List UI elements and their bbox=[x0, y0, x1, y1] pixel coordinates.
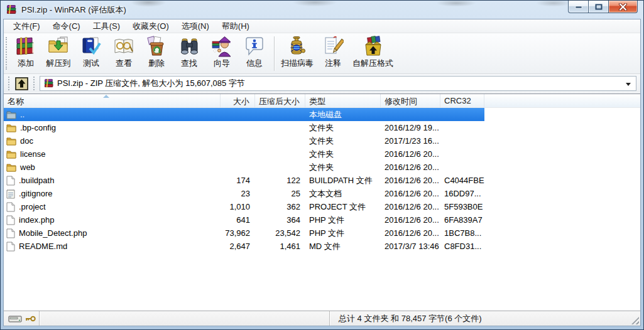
file-row-license[interactable]: license 文件夹 2016/12/6 20... bbox=[4, 147, 484, 161]
archive-description: PSI.zip - ZIP 压缩文件, 解包大小为 15,607,085 字节 bbox=[57, 78, 245, 89]
file-type: BUILDPATH 文件 bbox=[305, 175, 381, 186]
menu-commands[interactable]: 命令(C) bbox=[46, 19, 87, 33]
address-bar: PSI.zip - ZIP 压缩文件, 解包大小为 15,607,085 字节 bbox=[4, 74, 640, 93]
file-row-project[interactable]: .project 1,010 362 PROJECT 文件 2016/12/6 … bbox=[4, 200, 484, 213]
key-icon[interactable] bbox=[25, 315, 36, 322]
combobox-grip[interactable] bbox=[33, 77, 35, 90]
wizard-button-label: 向导 bbox=[214, 58, 230, 69]
file-modified: 2017/3/7 13:46 bbox=[381, 242, 440, 251]
file-name: .buildpath bbox=[19, 176, 54, 185]
file-type: MD 文件 bbox=[305, 241, 381, 252]
client-area: 文件(F) 命令(C) 工具(S) 收藏夹(O) 选项(N) 帮助(H) bbox=[3, 19, 641, 326]
winrar-archive-icon bbox=[44, 78, 54, 88]
folder-icon bbox=[6, 124, 16, 132]
menu-options[interactable]: 选项(N) bbox=[175, 19, 216, 33]
archive-path-combobox[interactable]: PSI.zip - ZIP 压缩文件, 解包大小为 15,607,085 字节 bbox=[40, 76, 636, 91]
scan-virus-button[interactable]: 扫描病毒 bbox=[278, 35, 317, 69]
find-button[interactable]: 查找 bbox=[173, 35, 205, 69]
add-button[interactable]: 添加 bbox=[9, 35, 42, 69]
column-header-modified[interactable]: 修改时间 bbox=[381, 94, 440, 107]
address-grip[interactable] bbox=[8, 77, 10, 90]
file-row-mobile-detect-php[interactable]: Mobile_Detect.php 73,962 23,542 PHP 文件 2… bbox=[4, 226, 484, 240]
test-archive-icon bbox=[80, 35, 102, 57]
file-icon bbox=[6, 215, 15, 225]
file-name: .project bbox=[19, 202, 46, 211]
file-type: 文本文档 bbox=[305, 188, 381, 200]
file-modified: 2016/12/6 20... bbox=[381, 189, 440, 198]
column-header-name-label: 名称 bbox=[8, 97, 24, 106]
titlebar[interactable]: PSI.zip - WinRAR (评估版本) bbox=[1, 1, 643, 19]
file-row-buildpath[interactable]: .buildpath 174 122 BUILDPATH 文件 2016/12/… bbox=[4, 174, 484, 187]
status-bar: 总计 4 文件夹 和 78,457 字节(6 个文件) bbox=[4, 311, 640, 326]
column-header-size[interactable]: 大小 bbox=[221, 94, 255, 107]
file-size: 23 bbox=[221, 189, 255, 198]
file-size: 1,010 bbox=[221, 202, 255, 211]
text-file-icon bbox=[6, 189, 15, 199]
disk-drive-icon[interactable] bbox=[8, 314, 22, 323]
column-header-type[interactable]: 类型 bbox=[305, 94, 381, 107]
folder-up-icon bbox=[6, 110, 16, 119]
file-row-parent-dir[interactable]: .. 本地磁盘 bbox=[4, 108, 484, 121]
window-controls bbox=[568, 1, 638, 13]
find-icon bbox=[178, 35, 200, 57]
view-button[interactable]: 查看 bbox=[107, 35, 140, 69]
file-list: .. 本地磁盘 .bp-config bbox=[4, 108, 640, 311]
file-name: README.md bbox=[19, 242, 67, 251]
status-message-area bbox=[40, 311, 330, 326]
file-row-doc[interactable]: doc 文件夹 2017/1/23 16... bbox=[4, 134, 484, 147]
file-modified: 2016/12/6 20... bbox=[381, 162, 440, 172]
column-header-packed[interactable]: 压缩后大小 bbox=[255, 94, 305, 107]
file-name: index.php bbox=[19, 215, 54, 225]
minimize-button[interactable] bbox=[568, 1, 588, 13]
add-archive-icon bbox=[15, 35, 37, 57]
file-type: 文件夹 bbox=[305, 149, 381, 160]
file-crc32: 16DD97... bbox=[440, 189, 484, 198]
combobox-dropdown-icon[interactable] bbox=[626, 83, 631, 86]
winrar-logo-icon bbox=[6, 4, 17, 15]
extract-to-button[interactable]: 解压到 bbox=[42, 35, 75, 69]
maximize-button[interactable] bbox=[588, 1, 609, 13]
sfx-button[interactable]: 自解压格式 bbox=[349, 35, 396, 69]
sfx-button-label: 自解压格式 bbox=[352, 58, 393, 69]
wizard-button[interactable]: 向导 bbox=[205, 35, 238, 69]
file-row-web[interactable]: web 文件夹 2016/12/6 20... bbox=[4, 161, 484, 174]
file-icon bbox=[6, 176, 15, 186]
toolbar: 添加 解压到 bbox=[4, 33, 640, 74]
up-one-level-icon bbox=[15, 77, 28, 90]
test-button[interactable]: 测试 bbox=[75, 35, 107, 69]
file-type: 文件夹 bbox=[305, 122, 381, 134]
column-header-name[interactable]: 名称 bbox=[4, 94, 221, 107]
file-row-index-php[interactable]: index.php 641 364 PHP 文件 2016/12/6 20...… bbox=[4, 213, 484, 226]
file-crc32: 6FA839A7 bbox=[440, 215, 484, 225]
toolbar-grip[interactable] bbox=[6, 37, 8, 70]
folder-icon bbox=[6, 150, 16, 159]
file-row-gitignore[interactable]: .gitignore 23 25 文本文档 2016/12/6 20... 16… bbox=[4, 187, 484, 200]
menu-tools[interactable]: 工具(S) bbox=[87, 19, 126, 33]
info-button-label: 信息 bbox=[246, 58, 263, 69]
file-name: .gitignore bbox=[19, 189, 52, 198]
scan-virus-button-label: 扫描病毒 bbox=[281, 58, 314, 69]
up-one-level-button[interactable] bbox=[13, 75, 31, 92]
file-crc32: 1BC7B8... bbox=[440, 228, 484, 238]
delete-button[interactable]: 删除 bbox=[140, 35, 173, 69]
folder-icon bbox=[6, 137, 16, 146]
menu-file[interactable]: 文件(F) bbox=[7, 19, 46, 33]
file-row-readme-md[interactable]: README.md 2,647 1,461 MD 文件 2017/3/7 13:… bbox=[4, 240, 484, 253]
menu-favorites[interactable]: 收藏夹(O) bbox=[126, 19, 175, 33]
info-icon bbox=[244, 35, 266, 57]
column-headers: 名称 大小 压缩后大小 类型 修改时间 CRC32 bbox=[4, 94, 640, 108]
file-name: license bbox=[20, 149, 45, 159]
file-row-bp-config[interactable]: .bp-config 文件夹 2016/12/9 19... bbox=[4, 121, 484, 134]
file-icon bbox=[6, 242, 15, 252]
column-header-crc32[interactable]: CRC32 bbox=[440, 94, 484, 107]
info-button[interactable]: 信息 bbox=[238, 35, 271, 69]
file-name: .bp-config bbox=[20, 123, 56, 132]
file-modified: 2016/12/6 20... bbox=[381, 215, 440, 225]
file-icon bbox=[6, 228, 15, 238]
file-type: PHP 文件 bbox=[305, 215, 381, 226]
file-size: 73,962 bbox=[221, 228, 255, 238]
menu-help[interactable]: 帮助(H) bbox=[216, 19, 256, 33]
file-modified: 2016/12/6 20... bbox=[381, 202, 440, 211]
comment-button[interactable]: 注释 bbox=[317, 35, 349, 69]
close-button[interactable] bbox=[609, 1, 638, 13]
